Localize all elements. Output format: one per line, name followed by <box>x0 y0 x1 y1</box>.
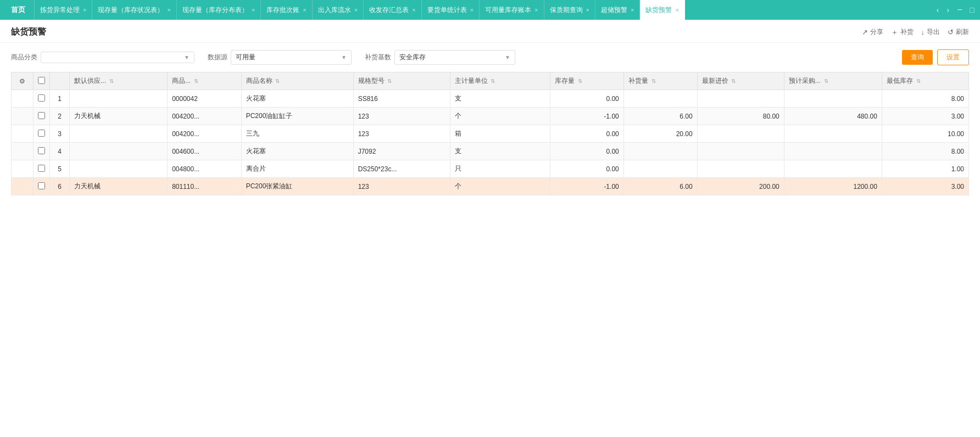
cell-value-unit: 个 <box>455 182 461 190</box>
tab-close-stock-dist[interactable]: × <box>252 7 255 13</box>
sort-icon-stock: ⇅ <box>576 78 582 84</box>
settings-button[interactable]: 设置 <box>937 49 969 65</box>
tab-close-shortage[interactable]: × <box>675 7 678 13</box>
tab-label-inout: 出入库流水 <box>318 5 351 15</box>
cell-value-name: PC200油缸缸子 <box>246 112 293 120</box>
td-min_stock: 3.00 <box>882 108 968 125</box>
th-name[interactable]: 商品名称 ⇅ <box>241 72 353 90</box>
cell-value-stock: 0.00 <box>606 165 619 173</box>
sort-icon-supplier: ⇅ <box>108 78 114 84</box>
tab-receive[interactable]: 收发存汇总表× <box>364 0 421 20</box>
tab-order-stat[interactable]: 要货单统计表× <box>422 0 480 20</box>
tab-stock-status[interactable]: 现存量（库存状况表）× <box>92 0 176 20</box>
replenish-select[interactable]: 安全库存 ▼ <box>394 50 515 65</box>
tab-close-overstock[interactable]: × <box>631 7 634 13</box>
cell-value-est_purchase: 480.00 <box>857 113 877 120</box>
td-replenish <box>623 160 697 178</box>
th-unit[interactable]: 主计量单位 ⇅ <box>450 72 550 90</box>
tab-next-button[interactable]: › <box>944 4 953 15</box>
datasource-label: 数据源 <box>208 53 227 62</box>
th-spec[interactable]: 规格型号 ⇅ <box>353 72 450 90</box>
tab-stock-dist[interactable]: 现存量（库存分布表）× <box>177 0 261 20</box>
maximize-button[interactable]: □ <box>967 4 978 15</box>
cell-value-num: 1 <box>58 95 62 103</box>
td-num: 1 <box>50 90 70 108</box>
export-icon: ↓ <box>921 28 925 36</box>
cell-value-stock: -1.00 <box>604 183 619 191</box>
tab-overstock[interactable]: 超储预警× <box>595 0 640 20</box>
th-label-unit: 主计量单位 <box>455 77 488 85</box>
table-row: 10000042火花塞SS816支0.008.00 <box>12 90 969 108</box>
td-name: PC200油缸缸子 <box>241 108 353 125</box>
category-filter-group: 商品分类 ▼ <box>11 52 194 63</box>
th-latest_price[interactable]: 最新进价 ⇅ <box>697 72 784 90</box>
td-stock: 0.00 <box>550 125 623 143</box>
td-num: 6 <box>50 178 70 195</box>
th-min_stock[interactable]: 最低库存 ⇅ <box>882 72 968 90</box>
tab-shortage[interactable]: 缺货预警× <box>640 0 684 20</box>
category-select[interactable]: ▼ <box>41 52 194 63</box>
th-code[interactable]: 商品... ⇅ <box>168 72 242 90</box>
tab-prev-button[interactable]: ‹ <box>933 4 943 15</box>
minimize-button[interactable]: − <box>954 4 965 16</box>
td-replenish: 6.00 <box>623 178 697 195</box>
datasource-select[interactable]: 可用量 ▼ <box>231 50 352 65</box>
select-all-checkbox[interactable] <box>38 77 45 84</box>
settings-gear-icon[interactable]: ⚙ <box>19 77 25 85</box>
refresh-action[interactable]: ↺ 刷新 <box>948 27 969 37</box>
td-est_purchase: 480.00 <box>784 108 882 125</box>
cell-value-unit: 箱 <box>455 130 461 137</box>
tab-inout[interactable]: 出入库流水× <box>313 0 364 20</box>
cell-value-code: 004800... <box>172 165 199 173</box>
tab-expiry[interactable]: 保质期查询× <box>544 0 595 20</box>
query-button[interactable]: 查询 <box>902 50 933 65</box>
cell-value-spec: 123 <box>358 113 369 120</box>
tab-close-stock-status[interactable]: × <box>167 7 170 13</box>
tab-home[interactable]: 首页 <box>2 0 35 20</box>
td-checkbox <box>34 143 50 160</box>
cell-value-stock: 0.00 <box>606 130 619 138</box>
row-checkbox[interactable] <box>38 130 45 137</box>
td-checkbox <box>34 90 50 108</box>
td-stock: 0.00 <box>550 90 623 108</box>
td-spec: 123 <box>353 108 450 125</box>
th-replenish[interactable]: 补货量 ⇅ <box>623 72 697 90</box>
tab-close-batch[interactable]: × <box>303 7 306 13</box>
tab-close-receive[interactable]: × <box>412 7 415 13</box>
th-supplier[interactable]: 默认供应... ⇅ <box>70 72 168 90</box>
export-action[interactable]: ↓ 导出 <box>921 27 940 37</box>
tab-close-order-stat[interactable]: × <box>470 7 474 13</box>
refresh-label: 刷新 <box>956 27 969 37</box>
replenish-action[interactable]: ＋ 补货 <box>891 27 914 37</box>
tab-batch[interactable]: 库存批次账× <box>261 0 312 20</box>
tab-close-available[interactable]: × <box>534 7 538 13</box>
td-name: 火花塞 <box>241 143 353 160</box>
td-unit: 个 <box>450 108 550 125</box>
th-est_purchase[interactable]: 预计采购... ⇅ <box>784 72 882 90</box>
tab-close-expiry[interactable]: × <box>586 7 589 13</box>
cell-value-min_stock: 8.00 <box>951 95 964 103</box>
cell-value-unit: 只 <box>455 165 461 172</box>
td-supplier <box>70 125 168 143</box>
row-checkbox[interactable] <box>38 147 45 154</box>
cell-value-replenish: 6.00 <box>680 183 692 191</box>
row-checkbox[interactable] <box>38 94 45 102</box>
th-settings: ⚙ <box>12 72 34 90</box>
td-code: 004200... <box>168 108 242 125</box>
cell-value-num: 4 <box>58 148 62 155</box>
tab-close-exception[interactable]: × <box>83 7 86 13</box>
tab-close-inout[interactable]: × <box>354 7 358 13</box>
cell-value-unit: 支 <box>455 147 461 155</box>
row-checkbox[interactable] <box>38 182 45 189</box>
td-unit: 支 <box>450 90 550 108</box>
cell-value-name: 三九 <box>246 130 259 137</box>
table-row: 2力天机械004200...PC200油缸缸子123个-1.006.0080.0… <box>12 108 969 125</box>
row-checkbox[interactable] <box>38 165 45 172</box>
cell-value-name: 火花塞 <box>246 94 266 102</box>
cell-value-supplier: 力天机械 <box>74 182 101 190</box>
tab-exception[interactable]: 拣货异常处理× <box>35 0 92 20</box>
th-stock[interactable]: 库存量 ⇅ <box>550 72 623 90</box>
tab-available[interactable]: 可用量库存账本× <box>480 0 544 20</box>
share-action[interactable]: ↗ 分享 <box>862 27 883 37</box>
row-checkbox[interactable] <box>38 112 45 119</box>
